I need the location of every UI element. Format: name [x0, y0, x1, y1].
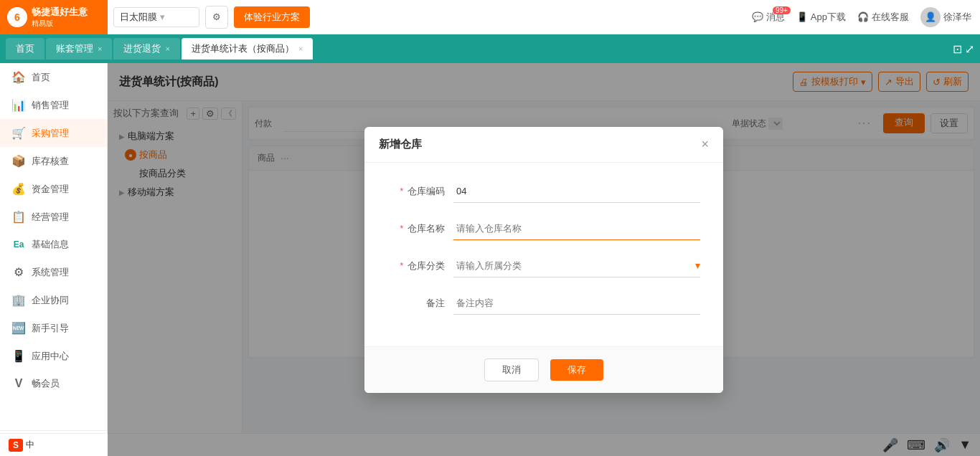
sidebar-item-guide[interactable]: 🆕 新手引导 — [0, 314, 107, 342]
sidebar-item-system[interactable]: ⚙ 系统管理 — [0, 258, 107, 286]
sidebar-item-basic[interactable]: Ea 基础信息 — [0, 231, 107, 258]
sidebar-item-appcenter-label: 应用中心 — [32, 350, 69, 363]
brand-name: 中 — [26, 439, 34, 451]
dialog-overlay: 新增仓库 × * 仓库编码 * — [108, 63, 980, 456]
content-area: 进货单统计(按商品) 🖨 按模板打印 ▾ ↗ 导出 ↺ 刷新 — [108, 63, 980, 456]
form-row-code: * 仓库编码 — [387, 180, 700, 203]
home-icon: 🏠 — [11, 70, 26, 84]
service-label: 在线客服 — [872, 11, 909, 24]
sidebar: 🏠 首页 📊 销售管理 🛒 采购管理 📦 库存核查 💰 资金管理 📋 经营管理 … — [0, 63, 108, 456]
sidebar-item-purchase-label: 采购管理 — [32, 127, 69, 140]
headset-icon: 🎧 — [857, 11, 869, 22]
top-header: 6 畅捷通好生意 精易版 日太阳膜 ▾ ⚙ 体验行业方案 💬 消息 99+ 📱 … — [0, 0, 980, 34]
chevron-down-icon: ▾ — [160, 11, 165, 22]
tab-purchase-return-label: 进货退货 — [123, 42, 161, 55]
sidebar-item-inventory[interactable]: 📦 库存核查 — [0, 147, 107, 175]
tab-home-label: 首页 — [16, 42, 34, 55]
category-required-mark: * — [400, 260, 403, 271]
dialog-close-button[interactable]: × — [701, 137, 709, 152]
inventory-icon: 📦 — [11, 154, 26, 168]
store-selector[interactable]: 日太阳膜 ▾ — [113, 7, 199, 27]
sidebar-item-sales[interactable]: 📊 销售管理 — [0, 91, 107, 119]
sales-icon: 📊 — [11, 98, 26, 112]
sidebar-item-home[interactable]: 🏠 首页 — [0, 63, 107, 91]
online-service-button[interactable]: 🎧 在线客服 — [857, 11, 909, 24]
remark-label: 备注 — [387, 297, 445, 310]
dialog-body: * 仓库编码 * 仓库名称 — [364, 163, 723, 346]
finance-icon: 💰 — [11, 182, 26, 196]
name-required-mark: * — [400, 223, 403, 234]
sidebar-item-vip[interactable]: V 畅会员 — [0, 370, 107, 397]
tab-expand-button[interactable]: ⤢ — [965, 42, 974, 56]
header-right: 💬 消息 99+ 📱 App下载 🎧 在线客服 👤 徐泽华 — [752, 7, 971, 27]
tab-accounts[interactable]: 账套管理 × — [46, 38, 112, 60]
purchase-icon: 🛒 — [11, 126, 26, 140]
store-name: 日太阳膜 — [120, 11, 157, 24]
category-label: * 仓库分类 — [387, 260, 445, 272]
form-row-category: * 仓库分类 ▾ — [387, 255, 700, 277]
vip-icon: V — [11, 377, 26, 390]
form-row-name: * 仓库名称 — [387, 217, 700, 240]
sidebar-item-operation[interactable]: 📋 经营管理 — [0, 203, 107, 231]
trial-button[interactable]: 体验行业方案 — [234, 6, 310, 28]
tab-bar: 首页 账套管理 × 进货退货 × 进货单统计表（按商品） × ⊡ ⤢ — [0, 34, 980, 63]
avatar: 👤 — [920, 7, 941, 27]
category-dropdown-icon: ▾ — [695, 260, 700, 271]
logo-area: 6 畅捷通好生意 精易版 — [0, 0, 108, 34]
status-brand: S 中 — [9, 439, 34, 452]
sidebar-item-finance-label: 资金管理 — [32, 183, 69, 196]
logo-text: 畅捷通好生意 精易版 — [32, 6, 88, 29]
sidebar-item-system-label: 系统管理 — [32, 266, 69, 279]
sidebar-item-operation-label: 经营管理 — [32, 211, 69, 224]
new-warehouse-dialog: 新增仓库 × * 仓库编码 * — [364, 127, 723, 393]
tab-purchase-stat-label: 进货单统计表（按商品） — [192, 42, 294, 55]
category-select-wrapper[interactable]: ▾ — [453, 255, 700, 277]
basic-icon: Ea — [11, 239, 26, 250]
message-badge: 99+ — [773, 6, 791, 14]
cancel-button[interactable]: 取消 — [484, 358, 539, 381]
code-input[interactable] — [453, 180, 700, 203]
sidebar-item-finance[interactable]: 💰 资金管理 — [0, 175, 107, 203]
tab-purchase-stat-close[interactable]: × — [298, 44, 303, 53]
user-name: 徐泽华 — [943, 11, 971, 24]
logo-icon: 6 — [7, 7, 27, 27]
guide-icon: 🆕 — [11, 321, 26, 335]
remark-input[interactable] — [453, 292, 700, 315]
sidebar-item-enterprise[interactable]: 🏢 企业协同 — [0, 286, 107, 314]
operation-icon: 📋 — [11, 210, 26, 224]
tab-purchase-stat[interactable]: 进货单统计表（按商品） × — [182, 38, 313, 60]
sidebar-item-guide-label: 新手引导 — [32, 322, 69, 335]
sidebar-item-basic-label: 基础信息 — [32, 238, 69, 251]
dialog-footer: 取消 保存 — [364, 346, 723, 393]
appcenter-icon: 📱 — [11, 349, 26, 363]
system-icon: ⚙ — [11, 265, 26, 279]
sidebar-item-sales-label: 销售管理 — [32, 99, 69, 112]
tab-actions: ⊡ ⤢ — [953, 42, 974, 56]
name-input[interactable] — [453, 217, 700, 240]
tab-purchase-return-close[interactable]: × — [165, 44, 169, 53]
sidebar-item-home-label: 首页 — [32, 71, 50, 84]
sidebar-item-purchase[interactable]: 🛒 采购管理 — [0, 119, 107, 147]
tab-accounts-close[interactable]: × — [98, 44, 102, 53]
dialog-header: 新增仓库 × — [364, 127, 723, 163]
settings-button[interactable]: ⚙ — [205, 6, 228, 29]
category-input[interactable] — [453, 260, 695, 271]
message-icon: 💬 — [752, 11, 763, 22]
app-download-label: App下载 — [811, 11, 846, 24]
sidebar-item-appcenter[interactable]: 📱 应用中心 — [0, 342, 107, 370]
dialog-title: 新增仓库 — [379, 138, 422, 151]
save-button[interactable]: 保存 — [550, 359, 603, 381]
phone-icon: 📱 — [796, 11, 808, 22]
tab-restore-button[interactable]: ⊡ — [953, 42, 962, 56]
form-row-remark: 备注 — [387, 292, 700, 315]
messages-button[interactable]: 💬 消息 99+ — [752, 11, 785, 24]
sidebar-item-vip-label: 畅会员 — [32, 377, 60, 390]
tab-purchase-return[interactable]: 进货退货 × — [113, 38, 179, 60]
user-profile-button[interactable]: 👤 徐泽华 — [920, 7, 971, 27]
enterprise-icon: 🏢 — [11, 293, 26, 307]
code-required-mark: * — [400, 186, 403, 196]
sidebar-item-enterprise-label: 企业协同 — [32, 294, 69, 307]
tab-home[interactable]: 首页 — [6, 38, 44, 60]
app-download-button[interactable]: 📱 App下载 — [796, 11, 846, 24]
brand-logo: S — [9, 439, 23, 452]
